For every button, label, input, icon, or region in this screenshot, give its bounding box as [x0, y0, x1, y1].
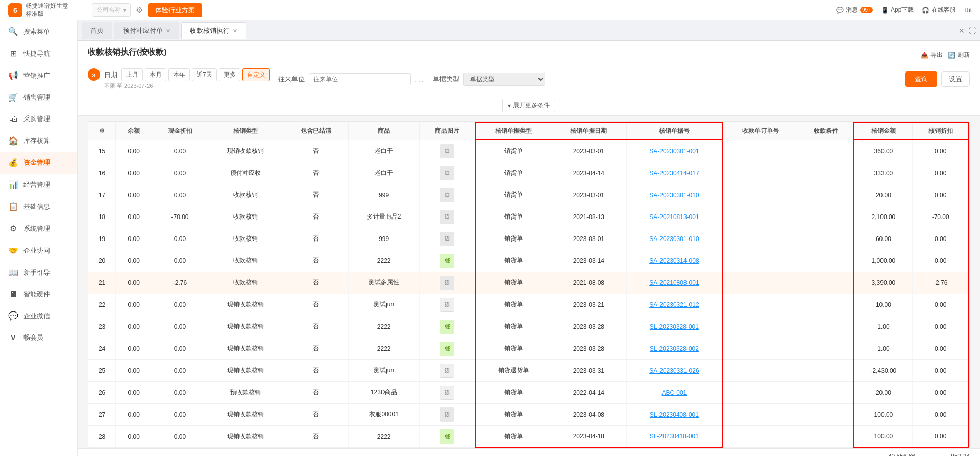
cell-goods-img: 🖼: [420, 272, 476, 294]
industry-solution-button[interactable]: 体验行业方案: [148, 3, 202, 17]
money-icon: 💰: [8, 158, 18, 167]
refresh-button[interactable]: 🔄 刷新: [948, 51, 970, 59]
cell-writeoff-amount: 360.00: [854, 140, 912, 162]
company-select[interactable]: 公司名称 ▾: [92, 3, 131, 17]
doc-no-link[interactable]: SA-20210808-001: [649, 279, 699, 286]
doc-no-link[interactable]: SA-20230301-001: [649, 148, 699, 155]
voucher-type-select[interactable]: 单据类型: [463, 73, 545, 86]
doc-no-link[interactable]: ABC-001: [662, 389, 687, 396]
cell-goods: 999: [349, 184, 420, 206]
cell-receipt-order: [722, 228, 798, 250]
doc-no-link[interactable]: SA-20230414-017: [649, 170, 699, 177]
tab-close-writeoff[interactable]: ✕: [233, 28, 237, 34]
th-settings: ⚙: [88, 122, 116, 140]
tab-home[interactable]: 首页: [82, 22, 112, 39]
tab-writeoff[interactable]: 收款核销执行 ✕: [181, 22, 246, 39]
maximize-icon[interactable]: ⛶: [969, 27, 976, 35]
settings-icon: ⚙: [8, 224, 18, 233]
cell-goods-img: 🖼: [420, 228, 476, 250]
settings-gear-button[interactable]: ⚙: [136, 5, 143, 15]
minimize-icon[interactable]: ✕: [959, 27, 965, 35]
doc-no-link[interactable]: SL-20230328-002: [650, 345, 699, 352]
collapse-button[interactable]: »: [88, 68, 100, 81]
sidebar-item-hardware[interactable]: 🖥 智能硬件: [0, 283, 77, 305]
cell-goods: 2222: [349, 316, 420, 338]
doc-no-link[interactable]: SA-20230321-012: [649, 301, 699, 308]
date-more[interactable]: 更多: [219, 68, 240, 81]
cart-icon: 🛒: [8, 92, 18, 102]
cell-balance: 0.00: [116, 206, 152, 228]
cell-writeoff-amount: 20.00: [854, 184, 912, 206]
online-service-button[interactable]: 🎧 在线客服: [922, 6, 956, 14]
cell-writeoff-discount: 0.00: [913, 184, 969, 206]
sidebar-item-enterprise[interactable]: 🤝 企业协同: [0, 239, 77, 261]
cell-writeoff-discount: 0.00: [913, 359, 969, 381]
date-custom[interactable]: 自定义: [242, 68, 270, 81]
date-this-month[interactable]: 本月: [145, 68, 166, 81]
cell-settled: 否: [283, 359, 348, 381]
phone-icon: 📱: [881, 7, 889, 14]
doc-no-link[interactable]: SA-20230301-010: [649, 235, 699, 243]
doc-no-link[interactable]: SL-20230328-001: [650, 323, 699, 330]
sidebar-item-system[interactable]: ⚙ 系统管理: [0, 218, 77, 239]
cell-receipt-condition: [798, 228, 854, 250]
user-avatar[interactable]: Rit: [964, 7, 972, 14]
cell-doc-no: SL-20230328-001: [626, 316, 722, 338]
cell-goods-img: 🖼: [420, 359, 476, 381]
date-7-days[interactable]: 近7天: [192, 68, 217, 81]
doc-no-link[interactable]: SA-20230314-008: [649, 257, 699, 265]
cell-no: 28: [88, 425, 116, 447]
cell-receipt-order: [722, 250, 798, 272]
date-this-year[interactable]: 本年: [168, 68, 190, 81]
sidebar-item-marketing[interactable]: 📢 营销推广: [0, 64, 77, 86]
cell-writeoff-discount: -2.76: [913, 272, 969, 294]
doc-no-link[interactable]: SA-20230331-026: [649, 367, 699, 374]
cell-receipt-condition: [798, 338, 854, 359]
cell-settled: 否: [283, 381, 348, 403]
expand-more-button[interactable]: ▾ 展开更多条件: [502, 99, 555, 112]
doc-no-link[interactable]: SA-20230301-010: [649, 191, 699, 199]
search-icon: 🔍: [8, 27, 18, 36]
th-doc-no: 核销单据号: [626, 122, 722, 140]
tab-close-prepay[interactable]: ✕: [166, 28, 170, 34]
sidebar-item-quick-nav[interactable]: ⊞ 快捷导航: [0, 42, 77, 64]
sidebar-item-sales[interactable]: 🛒 销售管理: [0, 86, 77, 108]
sidebar-item-guide[interactable]: 📖 新手引导: [0, 261, 77, 283]
sidebar-item-member[interactable]: V 畅会员: [0, 327, 77, 348]
tab-prepay[interactable]: 预付冲应付单 ✕: [114, 22, 179, 39]
cell-no: 16: [88, 162, 116, 184]
message-button[interactable]: 💬 消息 99+: [836, 6, 873, 14]
sidebar-item-purchase[interactable]: 🛍 采购管理: [0, 108, 77, 130]
sidebar-item-finance[interactable]: 💰 资金管理: [0, 152, 77, 174]
sidebar-item-operation[interactable]: 📊 经营管理: [0, 174, 77, 196]
export-button[interactable]: 📤 导出: [921, 51, 943, 59]
th-settled: 包含已结清: [283, 122, 348, 140]
cell-goods-img: 🖼: [420, 294, 476, 316]
doc-no-link[interactable]: SL-20230418-001: [650, 433, 699, 440]
app-download-button[interactable]: 📱 App下载: [881, 6, 914, 14]
sidebar-item-wechat[interactable]: 💬 企业微信: [0, 305, 77, 327]
query-button[interactable]: 查询: [905, 71, 937, 87]
cell-writeoff-type: 现销收款核销: [208, 359, 283, 381]
top-bar-right: 💬 消息 99+ 📱 App下载 🎧 在线客服 Rit: [836, 6, 972, 14]
expand-row: ▾ 展开更多条件: [78, 95, 980, 116]
partner-input[interactable]: [309, 73, 411, 85]
th-goods: 商品: [349, 122, 420, 140]
doc-no-link[interactable]: SL-20230408-001: [650, 411, 699, 418]
cell-goods: 2222: [349, 425, 420, 447]
table-row: 24 0.00 0.00 现销收款核销 否 2222 🌿 销货单 2023-03…: [88, 338, 969, 359]
sidebar-item-inventory[interactable]: 🏠 库存核算: [0, 130, 77, 152]
table-row: 27 0.00 0.00 现销收款核销 否 衣服00001 🖼 销货单 2023…: [88, 403, 969, 425]
doc-no-link[interactable]: SA-20210813-001: [649, 213, 699, 221]
cell-goods-img: 🌿: [420, 316, 476, 338]
setting-button[interactable]: 设置: [941, 71, 970, 87]
cell-doc-no: SA-20230301-001: [626, 140, 722, 162]
cell-doc-type: 销货单: [476, 250, 551, 272]
filter-voucher-type-group: 单据类型 单据类型: [433, 73, 545, 86]
table-header-row: ⚙ 余额 现金折扣 核销类型 包含已结清 商品 商品图片 核销单据类型 核销单据…: [88, 122, 969, 140]
cell-goods-img: 🖼: [420, 162, 476, 184]
cell-writeoff-discount: 0.00: [913, 338, 969, 359]
sidebar-item-search[interactable]: 🔍 搜索菜单: [0, 20, 77, 42]
sidebar-item-basic-info[interactable]: 📋 基础信息: [0, 196, 77, 218]
date-last-month[interactable]: 上月: [121, 68, 143, 81]
